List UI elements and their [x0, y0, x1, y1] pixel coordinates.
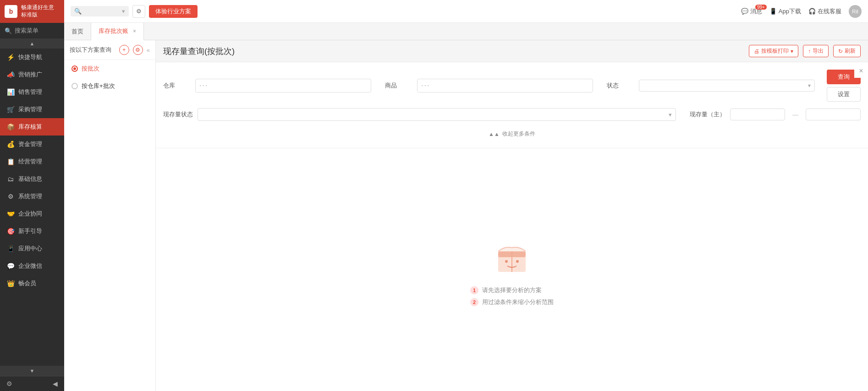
empty-step-1: 1 请先选择要分析的方案: [470, 286, 554, 294]
radio-by-batch: [71, 65, 78, 72]
warehouse-input[interactable]: ···: [195, 79, 371, 92]
filter-item-by-batch[interactable]: 按批次: [64, 60, 155, 77]
sidebar-item-icon: 📋: [6, 157, 15, 166]
sidebar-item-畅会员[interactable]: 👑畅会员: [0, 275, 64, 292]
sidebar: b 畅康通好生意 标准版 🔍 搜索菜单 ▲ ⚡快捷导航📣营销推广📊销售管理🛒采购…: [0, 0, 64, 391]
sidebar-item-库存核算[interactable]: 📦库存核算: [0, 118, 64, 136]
chevron-up-icon: ▲▲: [489, 131, 500, 137]
sidebar-item-icon: ⚡: [6, 53, 15, 61]
sidebar-scroll-down[interactable]: ▼: [0, 366, 64, 376]
filter-item-by-warehouse-batch[interactable]: 按仓库+批次: [64, 77, 155, 95]
export-button[interactable]: ↑ 导出: [803, 45, 829, 57]
sidebar-item-label: 营销推广: [18, 71, 42, 79]
headset-icon: 🎧: [808, 8, 816, 15]
filter-settings-button[interactable]: ⚙: [133, 45, 143, 55]
sidebar-item-新手引导[interactable]: 🎯新手引导: [0, 223, 64, 240]
sidebar-item-应用中心[interactable]: 📱应用中心: [0, 240, 64, 257]
sidebar-item-icon: 👑: [6, 279, 15, 288]
print-button[interactable]: 🖨 按模板打印 ▾: [749, 45, 798, 57]
sidebar-item-icon: 💬: [6, 262, 15, 270]
sidebar-item-系统管理[interactable]: ⚙系统管理: [0, 188, 64, 205]
sidebar-item-资金管理[interactable]: 💰资金管理: [0, 136, 64, 153]
collapse-filter-icon[interactable]: «: [147, 47, 150, 54]
gear-button[interactable]: ⚙: [132, 5, 145, 18]
sidebar-item-label: 库存核算: [18, 123, 42, 131]
svg-point-4: [505, 260, 508, 263]
sidebar-item-企业微信[interactable]: 💬企业微信: [0, 257, 64, 275]
tab-inventory-batch[interactable]: 库存批次账 ×: [91, 23, 144, 40]
export-icon: ↑: [808, 48, 811, 54]
messages-button[interactable]: 💬 消息 99+: [741, 7, 762, 16]
collapse-more-conditions[interactable]: ▲▲ 收起更多条件: [163, 127, 861, 141]
sidebar-item-label: 快捷导航: [18, 53, 42, 61]
empty-step-2: 2 用过滤条件来缩小分析范围: [470, 298, 554, 306]
stock-status-label: 现存量状态: [163, 110, 193, 119]
sidebar-item-采购管理[interactable]: 🛒采购管理: [0, 101, 64, 118]
search-icon: 🔍: [5, 27, 12, 34]
sidebar-item-icon: 📣: [6, 71, 15, 79]
sidebar-scroll-up[interactable]: ▲: [0, 38, 64, 49]
search-wrap[interactable]: 🔍 ▾: [71, 6, 129, 16]
stock-qty-label: 现存量（主）: [690, 110, 725, 119]
settings-button[interactable]: 设置: [827, 87, 861, 102]
sidebar-item-label: 采购管理: [18, 105, 42, 114]
sidebar-item-label: 新手引导: [18, 227, 42, 235]
user-avatar[interactable]: Rit: [849, 5, 862, 18]
sidebar-item-icon: 🗂: [6, 175, 15, 183]
filter-row-2: 现存量状态 ▾ 现存量（主） —: [163, 108, 861, 121]
main-content: 现存量查询(按批次) 🖨 按模板打印 ▾ ↑ 导出 ↻ 刷新: [156, 40, 868, 391]
close-panel-button[interactable]: ×: [854, 64, 868, 78]
sidebar-item-快捷导航[interactable]: ⚡快捷导航: [0, 49, 64, 66]
sidebar-item-销售管理[interactable]: 📊销售管理: [0, 83, 64, 101]
sidebar-item-营销推广[interactable]: 📣营销推广: [0, 66, 64, 83]
sidebar-item-icon: 🤝: [6, 210, 15, 218]
topbar: 🔍 ▾ ⚙ 体验行业方案 💬 消息 99+ 📱 App下载 🎧 在线客服: [64, 0, 868, 23]
sidebar-item-icon: 📦: [6, 123, 15, 131]
sidebar-item-label: 销售管理: [18, 88, 42, 96]
product-label: 商品: [385, 81, 412, 90]
online-service-button[interactable]: 🎧 在线客服: [808, 7, 841, 16]
sidebar-item-label: 资金管理: [18, 140, 42, 148]
stock-qty-dash: —: [792, 111, 798, 118]
sidebar-item-label: 系统管理: [18, 192, 42, 201]
status-input[interactable]: ▾: [639, 80, 815, 92]
filter-item-label: 按仓库+批次: [82, 82, 115, 90]
filter-item-label: 按批次: [82, 65, 99, 73]
sidebar-item-企业协同[interactable]: 🤝企业协同: [0, 205, 64, 223]
empty-illustration: [489, 233, 535, 279]
page-header-actions: 🖨 按模板打印 ▾ ↑ 导出 ↻ 刷新: [749, 45, 861, 57]
avatar: Rit: [849, 5, 862, 18]
sidebar-item-label: 企业微信: [18, 262, 42, 270]
content-area: 按以下方案查询 + ⚙ « 按批次 按仓库+批次 现存量查询(按批次): [64, 40, 868, 391]
sidebar-item-label: 畅会员: [18, 279, 36, 288]
trial-button[interactable]: 体验行业方案: [149, 5, 198, 18]
settings-icon[interactable]: ⚙: [6, 380, 12, 387]
sidebar-item-icon: 💰: [6, 140, 15, 148]
search-icon: 🔍: [74, 8, 82, 15]
refresh-button[interactable]: ↻ 刷新: [833, 45, 861, 57]
product-input[interactable]: ···: [417, 79, 593, 92]
search-input[interactable]: [83, 8, 120, 15]
add-filter-button[interactable]: +: [119, 45, 129, 55]
tab-close-icon[interactable]: ×: [133, 28, 136, 34]
sidebar-item-经营管理[interactable]: 📋经营管理: [0, 153, 64, 170]
sidebar-item-基础信息[interactable]: 🗂基础信息: [0, 170, 64, 188]
sidebar-nav: ⚡快捷导航📣营销推广📊销售管理🛒采购管理📦库存核算💰资金管理📋经营管理🗂基础信息…: [0, 49, 64, 366]
filter-panel-header: 按以下方案查询 + ⚙ «: [64, 40, 155, 60]
stock-qty-to-input[interactable]: [806, 109, 861, 120]
radio-by-warehouse-batch: [71, 83, 78, 89]
main-area: 🔍 ▾ ⚙ 体验行业方案 💬 消息 99+ 📱 App下载 🎧 在线客服: [64, 0, 868, 391]
sidebar-item-label: 应用中心: [18, 244, 42, 253]
chevron-down-icon: ▾: [791, 48, 793, 54]
status-label: 状态: [607, 81, 634, 90]
refresh-icon: ↻: [838, 48, 843, 54]
tab-home[interactable]: 首页: [64, 23, 91, 40]
tabbar: 首页 库存批次账 ×: [64, 23, 868, 40]
svg-point-5: [516, 260, 519, 263]
app-download-button[interactable]: 📱 App下载: [769, 7, 801, 16]
stock-qty-from-input[interactable]: [730, 109, 785, 120]
message-icon: 💬: [741, 8, 748, 15]
sidebar-search[interactable]: 🔍 搜索菜单: [0, 23, 64, 38]
collapse-sidebar-icon[interactable]: ◀: [53, 380, 58, 387]
app-title: 畅康通好生意 标准版: [21, 4, 54, 18]
